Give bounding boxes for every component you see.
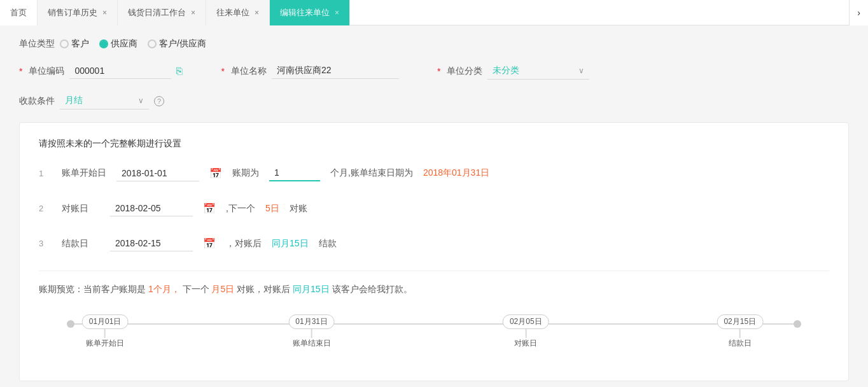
- timeline-node-3: 02月05日 对账日: [503, 314, 549, 349]
- preview-reconcile-day: 月5日: [211, 284, 234, 294]
- preview-prefix: 账期预览：当前客户账期是: [39, 284, 146, 294]
- unit-type-label: 单位类型: [19, 38, 55, 50]
- payment-day: 同月15日: [272, 238, 309, 250]
- payment-condition-row: 收款条件 月结 ∨ ?: [19, 92, 849, 109]
- preview-payment-suffix: 该客户会给我打款。: [332, 284, 412, 294]
- account-start-date-input[interactable]: [116, 165, 199, 181]
- payment-condition-select[interactable]: 月结 ∨: [60, 92, 149, 109]
- period-month-text: 个月,账单结束日期为: [330, 167, 413, 179]
- preview-text: 账期预览：当前客户账期是 1个月， 下一个 月5日 对账，对账后 同月15日 该…: [39, 284, 829, 295]
- account-start-row: 1 账单开始日 📅 账期为 个月,账单结束日期为 2018年01月31日: [39, 165, 829, 181]
- account-end-date: 2018年01月31日: [423, 167, 489, 179]
- setting-box: 请按照未来的一个完整帐期进行设置 1 账单开始日 📅 账期为 个月,账单结束日期…: [19, 122, 849, 381]
- node-label-1: 账单开始日: [86, 338, 124, 349]
- radio-customer[interactable]: 客户: [60, 38, 89, 50]
- node-badge-4: 02月15日: [717, 314, 763, 329]
- payment-condition-field: 收款条件 月结 ∨ ?: [19, 92, 164, 109]
- period-input[interactable]: [269, 165, 320, 181]
- unit-category-value: 未分类: [493, 65, 576, 76]
- setting-title: 请按照未来的一个完整帐期进行设置: [39, 138, 829, 150]
- row-num-3: 3: [39, 239, 52, 248]
- tab-overflow-button[interactable]: ›: [849, 0, 868, 25]
- tab-sales-history-label: 销售订单历史: [48, 7, 97, 18]
- unit-name-field: * 单位名称: [221, 63, 398, 79]
- unit-category-field: * 单位分类 未分类 ∨: [437, 62, 589, 80]
- preview-section: 账期预览：当前客户账期是 1个月， 下一个 月5日 对账，对账后 同月15日 该…: [39, 271, 829, 365]
- radio-both-label: 客户/供应商: [159, 38, 206, 50]
- close-icon[interactable]: ×: [255, 8, 259, 17]
- timeline-start-dot: [67, 320, 74, 328]
- unit-category-select[interactable]: 未分类 ∨: [487, 62, 589, 80]
- tab-partner-unit[interactable]: 往来单位 ×: [206, 0, 270, 25]
- tab-cash-work[interactable]: 钱货日清工作台 ×: [118, 0, 206, 25]
- reconcile-date-input[interactable]: [110, 201, 193, 216]
- required-star-2: *: [221, 66, 224, 76]
- unit-type-row: 单位类型 客户 供应商 客户/供应商: [19, 38, 849, 50]
- unit-info-row: * 单位编码 ⎘ * 单位名称 * 单位分类 未分类 ∨: [19, 62, 849, 80]
- tab-edit-partner-label: 编辑往来单位: [280, 7, 330, 18]
- payment-date-input[interactable]: [110, 236, 193, 251]
- tab-partner-unit-label: 往来单位: [216, 7, 249, 18]
- dropdown-icon-2: ∨: [138, 96, 144, 105]
- period-prefix: 账期为: [232, 167, 259, 179]
- radio-customer-circle: [60, 39, 69, 48]
- row-num-2: 2: [39, 204, 52, 213]
- calendar-icon-3[interactable]: 📅: [203, 237, 216, 250]
- preview-payment-day: 同月15日: [293, 284, 330, 294]
- tab-cash-work-label: 钱货日清工作台: [128, 7, 186, 18]
- node-badge-1: 01月01日: [82, 314, 129, 329]
- calendar-icon-2[interactable]: 📅: [203, 202, 216, 215]
- radio-customer-label: 客户: [71, 38, 89, 50]
- tab-sales-history[interactable]: 销售订单历史 ×: [38, 0, 118, 25]
- node-line-3: [525, 329, 526, 338]
- close-icon[interactable]: ×: [191, 8, 195, 17]
- unit-type-radio-group: 客户 供应商 客户/供应商: [60, 38, 206, 50]
- node-label-2: 账单结束日: [293, 338, 331, 349]
- required-star-3: *: [437, 66, 440, 76]
- payment-condition-label: 收款条件: [19, 95, 55, 107]
- close-icon[interactable]: ×: [102, 8, 107, 17]
- tab-home[interactable]: 首页: [0, 0, 38, 25]
- preview-reconcile-prefix: 下一个: [183, 284, 209, 294]
- tab-bar: 首页 销售订单历史 × 钱货日清工作台 × 往来单位 × 编辑往来单位 × ›: [0, 0, 868, 25]
- payment-row: 3 结款日 📅 ，对账后 同月15日 结款: [39, 236, 829, 251]
- reconcile-suffix: 对账: [290, 203, 307, 215]
- radio-both[interactable]: 客户/供应商: [148, 38, 206, 50]
- preview-period: 1个月，: [148, 284, 180, 294]
- payment-suffix: 结款: [319, 238, 337, 250]
- timeline-node-2: 01月31日 账单结束日: [288, 314, 335, 349]
- radio-supplier[interactable]: 供应商: [99, 38, 137, 50]
- close-icon[interactable]: ×: [335, 8, 339, 17]
- reconcile-label: 对账日: [62, 203, 100, 215]
- unit-name-input[interactable]: [272, 63, 399, 79]
- payment-condition-value: 月结: [65, 95, 136, 106]
- node-label-4: 结款日: [729, 338, 752, 349]
- help-icon[interactable]: ?: [154, 96, 164, 106]
- unit-code-label: 单位编码: [29, 66, 64, 77]
- main-content: 单位类型 客户 供应商 客户/供应商 * 单位编码: [0, 25, 868, 387]
- node-badge-3: 02月05日: [503, 314, 549, 329]
- unit-category-label: 单位分类: [447, 66, 482, 77]
- node-line-2: [311, 329, 312, 338]
- unit-name-label: 单位名称: [231, 66, 267, 77]
- tab-edit-partner[interactable]: 编辑往来单位 ×: [270, 0, 350, 25]
- timeline: 01月01日 账单开始日 01月31日 账单结束日 02月05日: [39, 314, 829, 365]
- timeline-node-4: 02月15日 结款日: [717, 314, 763, 349]
- unit-code-field: * 单位编码 ⎘: [19, 63, 183, 79]
- timeline-node-1: 01月01日 账单开始日: [82, 314, 129, 349]
- reconcile-row: 2 对账日 📅 ,下一个 5日 对账: [39, 201, 829, 216]
- preview-reconcile-text: 对账，对账后: [237, 284, 290, 294]
- unit-code-input[interactable]: [69, 63, 171, 79]
- node-line-1: [104, 329, 106, 338]
- node-line-4: [739, 329, 741, 338]
- payment-label: 结款日: [62, 238, 100, 250]
- copy-icon[interactable]: ⎘: [176, 66, 183, 77]
- radio-both-circle: [148, 39, 157, 48]
- reconcile-day: 5日: [265, 203, 279, 215]
- unit-type-field: 单位类型 客户 供应商 客户/供应商: [19, 38, 206, 50]
- required-star: *: [19, 66, 22, 76]
- account-start-label: 账单开始日: [62, 167, 106, 179]
- radio-supplier-label: 供应商: [111, 38, 137, 50]
- reconcile-prefix: ,下一个: [226, 203, 255, 215]
- calendar-icon-1[interactable]: 📅: [209, 167, 222, 179]
